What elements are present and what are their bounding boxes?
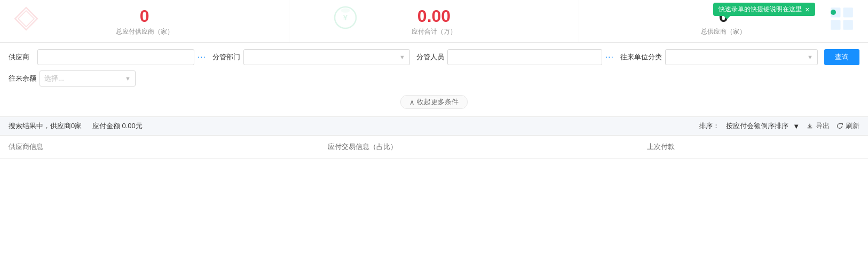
diamond-icon [13,5,40,32]
tooltip-bubble[interactable]: 快速录单的快捷键说明在这里 × [713,3,815,16]
filter-row-2: 往来余额 选择... ▼ [9,70,859,87]
collapse-label: 收起更多条件 [417,97,459,107]
dept-filter: 分管部门 ▼ [212,49,410,65]
result-amount: 应付金额 0.00元 [92,122,143,130]
unit-label: 往来单位分类 [620,52,662,62]
filter-row-1: 供应商 ··· 分管部门 ▼ 分管人员 ··· 往来单位分类 ▼ [9,49,859,65]
refresh-btn[interactable]: 刷新 [836,121,859,131]
svg-rect-5 [831,7,840,17]
collapse-icon: ∧ [409,98,415,106]
export-btn[interactable]: 导出 [806,121,830,131]
stat-payable-total: ¥ 0.00 应付合计（万） [289,0,579,42]
unit-filter: 往来单位分类 ▼ [620,49,818,65]
stat-all-suppliers: 快速录单的快捷键说明在这里 × 0 总供应商（家） [579,0,868,42]
collapse-bar: ∧ 收起更多条件 [9,92,859,114]
payable-total-value: 0.00 [417,6,451,26]
balance-label: 往来余额 [9,74,36,83]
person-input[interactable] [447,49,602,65]
svg-rect-6 [843,7,853,17]
table-body [0,159,868,275]
col-transaction-header: 应付交易信息（占比） [328,142,647,152]
supplier-label: 供应商 [9,52,34,62]
dept-label: 分管部门 [212,52,240,62]
refresh-label: 刷新 [846,121,859,131]
result-actions: 排序： 按应付会额倒序排序 ▼ 导出 刷新 [699,121,859,131]
svg-rect-8 [843,20,853,30]
col-supplier-header: 供应商信息 [9,142,328,152]
sort-value: 按应付会额倒序排序 [726,121,788,131]
supplier-more-btn[interactable]: ··· [198,52,206,62]
tooltip-text: 快速录单的快捷键说明在这里 [719,5,802,14]
person-more-btn[interactable]: ··· [605,52,614,62]
all-suppliers-label: 总供应商（家） [701,27,746,36]
dept-chevron: ▼ [399,54,405,60]
unit-chevron: ▼ [807,54,813,60]
balance-filter: 往来余额 选择... ▼ [9,70,158,87]
balance-placeholder: 选择... [44,74,64,83]
unit-select[interactable]: ▼ [665,49,818,65]
supplier-filter: 供应商 ··· [9,49,206,65]
sort-label: 排序： [699,121,720,131]
coin-icon: ¥ [332,4,359,31]
dept-select[interactable]: ▼ [243,49,410,65]
svg-text:¥: ¥ [343,13,348,22]
export-icon [806,122,814,130]
filter-section: 供应商 ··· 分管部门 ▼ 分管人员 ··· 往来单位分类 ▼ [0,43,868,117]
stat-total-payable-suppliers: 0 总应付供应商（家） [0,0,289,42]
stats-bar: 0 总应付供应商（家） ¥ 0.00 应付合计（万） 快速录单的快捷键说明在这里… [0,0,868,43]
collapse-button[interactable]: ∧ 收起更多条件 [400,95,468,109]
result-text: 搜索结果中，供应商0家 [9,122,82,130]
tooltip-close-btn[interactable]: × [805,6,809,13]
supplier-input[interactable] [37,49,194,65]
table-header: 供应商信息 应付交易信息（占比） 上次付款 [0,136,868,159]
payable-total-label: 应付合计（万） [412,27,456,36]
export-label: 导出 [816,121,830,131]
sort-select[interactable]: 按应付会额倒序排序 ▼ [726,121,800,131]
sort-chevron: ▼ [793,122,800,130]
result-summary: 搜索结果中，供应商0家 应付金额 0.00元 [9,121,143,131]
grid-icon [828,5,855,32]
svg-point-3 [341,9,350,13]
svg-rect-7 [831,20,840,30]
result-bar: 搜索结果中，供应商0家 应付金额 0.00元 排序： 按应付会额倒序排序 ▼ 导… [0,117,868,136]
total-payable-count: 0 [140,6,149,26]
balance-chevron: ▼ [125,75,131,82]
search-button[interactable]: 查询 [824,49,859,65]
col-payment-header: 上次付款 [647,142,860,152]
balance-select[interactable]: 选择... ▼ [40,70,136,87]
person-label: 分管人员 [416,52,444,62]
refresh-icon [836,122,843,130]
total-payable-label: 总应付供应商（家） [116,27,173,36]
person-filter: 分管人员 ··· [416,49,614,65]
